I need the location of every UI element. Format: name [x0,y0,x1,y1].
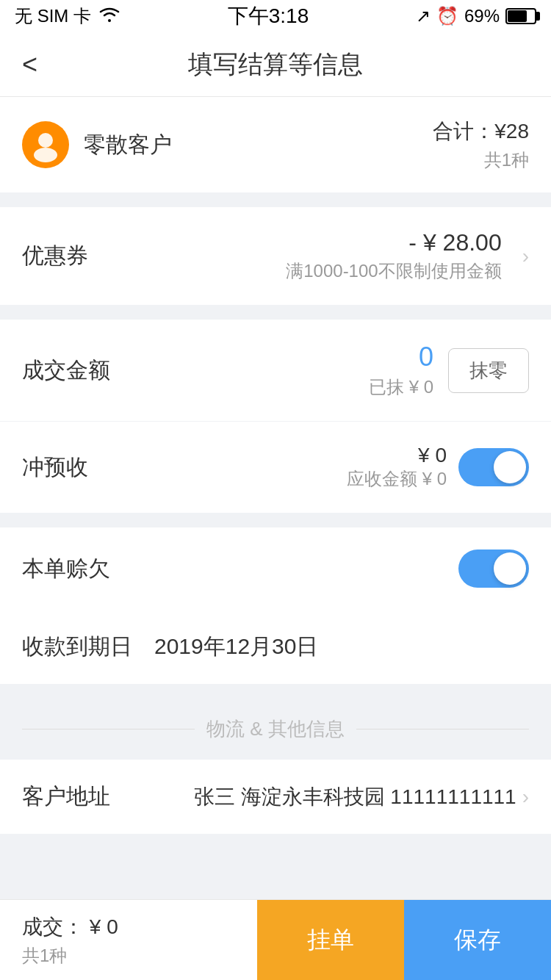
logistics-section: 物流 & 其他信息 [0,699,551,760]
chevron-right-icon: › [522,245,529,268]
alarm-icon: ⏰ [436,6,458,26]
debit-section: 本单赊欠 收款到期日 2019年12月30日 [0,527,551,684]
status-bar: 无 SIM 卡 下午3:18 ↗ ⏰ 69% [0,0,551,32]
divider-2 [0,305,551,320]
customer-total: 合计：¥28 [433,118,529,145]
address-chevron-icon: › [522,785,529,809]
customer-info: 零散客户 [22,121,172,168]
advance-toggle-wrap: ¥ 0 应收金额 ¥ 0 [347,444,529,491]
bottom-bar: 成交： ¥ 0 共1种 挂单 保存 [0,899,551,980]
address-value: 张三 海淀永丰科技园 11111111111 [132,783,516,811]
advance-label: 冲预收 [22,453,88,483]
address-section: 客户地址 张三 海淀永丰科技园 11111111111 › [0,760,551,834]
advance-value-right: ¥ 0 应收金额 ¥ 0 [347,444,447,491]
logistics-title-text: 物流 & 其他信息 [206,716,345,742]
debit-row: 本单赊欠 [0,527,551,610]
transaction-value-right: 0 已抹 ¥ 0 [369,342,433,399]
debit-label: 本单赊欠 [22,554,110,584]
coupon-row[interactable]: 优惠券 - ¥ 28.00 满1000-100不限制使用金额 › [0,207,551,305]
location-icon: ↗ [416,6,431,26]
bottom-deal-text: 成交： ¥ 0 [22,913,235,941]
nav-bar: < 填写结算等信息 [0,32,551,97]
svg-point-0 [38,133,53,148]
bottom-deal-label: 成交： [22,915,84,938]
divider-3 [0,513,551,527]
coupon-value: - ¥ 28.00 [286,229,501,256]
pending-button[interactable]: 挂单 [257,900,404,981]
transaction-section: 成交金额 0 已抹 ¥ 0 抹零 冲预收 ¥ 0 应收金额 ¥ 0 [0,320,551,513]
coupon-sub: 满1000-100不限制使用金额 [286,259,501,283]
debit-toggle[interactable] [458,550,529,588]
save-button[interactable]: 保存 [404,900,551,981]
debit-toggle-knob [494,552,526,585]
transaction-amount[interactable]: 0 [369,342,433,372]
divider-1 [0,192,551,207]
duedate-label: 收款到期日 [22,632,132,662]
customer-name: 零散客户 [84,130,172,160]
transaction-sub: 已抹 ¥ 0 [369,375,433,399]
battery-percent: 69% [464,6,500,26]
address-label: 客户地址 [22,782,110,812]
advance-sub: 应收金额 ¥ 0 [347,467,447,491]
battery-icon [505,8,536,24]
bottom-count: 共1种 [22,944,235,968]
status-left: 无 SIM 卡 [15,4,120,28]
svg-point-1 [34,148,57,162]
address-row[interactable]: 客户地址 张三 海淀永丰科技园 11111111111 › [0,760,551,834]
advance-row: 冲预收 ¥ 0 应收金额 ¥ 0 [0,422,551,513]
advance-value-area: ¥ 0 应收金额 ¥ 0 [347,444,529,491]
main-content: 零散客户 合计：¥28 共1种 优惠券 - ¥ 28.00 满1000-100不… [0,97,551,951]
duedate-row: 收款到期日 2019年12月30日 [0,610,551,684]
advance-value: ¥ 0 [347,444,447,467]
advance-value-row: ¥ 0 应收金额 ¥ 0 [347,444,529,491]
divider-5 [0,834,551,863]
status-time: 下午3:18 [228,2,309,30]
toggle-knob [494,451,526,483]
round-button[interactable]: 抹零 [448,348,529,393]
coupon-value-right: - ¥ 28.00 满1000-100不限制使用金额 [286,229,501,283]
logistics-title: 物流 & 其他信息 [22,716,529,742]
advance-toggle[interactable] [458,448,529,486]
customer-total-area: 合计：¥28 共1种 [433,118,529,172]
divider-4 [0,684,551,699]
transaction-value-area: 0 已抹 ¥ 0 抹零 [369,342,529,399]
coupon-section: 优惠券 - ¥ 28.00 满1000-100不限制使用金额 › [0,207,551,305]
wifi-icon [98,6,120,26]
bottom-info: 成交： ¥ 0 共1种 [0,913,257,968]
coupon-label: 优惠券 [22,241,88,271]
coupon-value-area: - ¥ 28.00 满1000-100不限制使用金额 › [286,229,529,283]
transaction-row: 成交金额 0 已抹 ¥ 0 抹零 [0,320,551,422]
no-sim-text: 无 SIM 卡 [15,4,91,28]
customer-count: 共1种 [433,148,529,172]
transaction-label: 成交金额 [22,356,110,386]
avatar [22,121,69,168]
customer-section: 零散客户 合计：¥28 共1种 [0,97,551,192]
status-right: ↗ ⏰ 69% [416,6,536,26]
back-button[interactable]: < [22,49,37,80]
page-title: 填写结算等信息 [188,48,363,82]
bottom-deal-value: ¥ 0 [90,915,118,938]
duedate-value[interactable]: 2019年12月30日 [154,632,318,662]
